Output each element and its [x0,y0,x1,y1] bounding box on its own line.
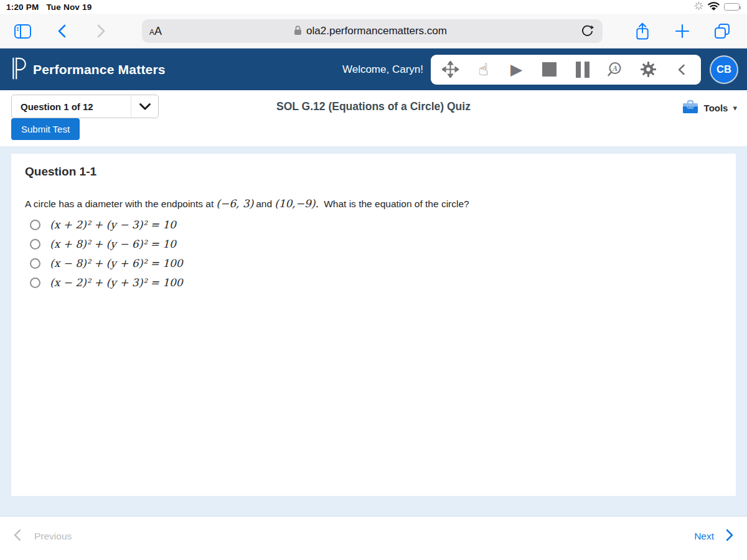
zoom-text-icon[interactable]: A [599,56,632,83]
answer-option-text: (x + 2)² + (y − 3)² = 10 [50,218,176,231]
ipad-screen: 1:20 PM Tue Nov 19 [0,0,747,560]
avatar-initials: CB [716,63,731,75]
address-bar[interactable]: AA ola2.performancematters.com [142,19,603,43]
clock-time: 1:20 PM [6,2,39,12]
lock-icon [294,25,302,38]
previous-label: Previous [34,531,72,542]
radio-icon[interactable] [30,278,40,288]
new-tab-icon[interactable] [671,20,693,42]
quiz-title: SOL G.12 (Equations of a Circle) Quiz [0,100,747,113]
previous-button[interactable]: Previous [12,529,72,544]
brand: Performance Matters [10,56,166,83]
svg-text:A: A [612,64,618,72]
brand-name: Performance Matters [33,62,166,77]
activity-spinner-icon [694,1,703,13]
clock-date: Tue Nov 19 [46,2,92,12]
radio-icon[interactable] [30,258,40,269]
tools-caret-icon: ▾ [733,103,737,113]
welcome-text: Welcome, Caryn! [342,63,423,76]
play-icon[interactable]: ▶ [500,56,533,83]
answer-option-text: (x − 8)² + (y + 6)² = 100 [50,257,183,269]
question-card: Question 1-1 A circle has a diameter wit… [11,154,736,496]
question-text-part: What is the equation of the circle? [324,198,469,209]
browser-toolbar: AA ola2.performancematters.com [0,14,747,49]
question-text-part: A circle has a diameter with the endpoin… [25,198,214,209]
forward-icon[interactable] [90,20,112,42]
wifi-icon [708,1,720,13]
performance-matters-logo-icon [10,56,27,83]
answer-option-text: (x − 2)² + (y + 3)² = 100 [50,276,183,289]
question-math-endpoint-1: (−6, 3) [216,197,253,210]
answer-option-3[interactable]: (x − 8)² + (y + 6)² = 100 [30,257,722,269]
toolbox-icon [682,100,699,116]
question-area: Question 1-1 A circle has a diameter wit… [0,146,747,516]
radio-icon[interactable] [30,220,40,230]
status-bar: 1:20 PM Tue Nov 19 [0,0,747,14]
settings-icon[interactable] [632,56,665,83]
tools-label: Tools [704,103,728,113]
chevron-right-icon [725,529,735,544]
question-math-endpoint-2: (10,−9). [275,197,319,210]
share-icon[interactable] [631,20,654,42]
submit-test-button[interactable]: Submit Test [11,118,80,140]
battery-icon [724,3,740,11]
question-text-part: and [256,198,272,209]
avatar[interactable]: CB [710,55,738,84]
answer-option-2[interactable]: (x + 8)² + (y − 6)² = 10 [30,238,722,250]
answer-option-1[interactable]: (x + 2)² + (y − 3)² = 10 [30,218,722,231]
app-header: Performance Matters Welcome, Caryn! ☝ ▶ [0,49,747,90]
sidebar-toggle-icon[interactable] [11,20,34,42]
reload-icon[interactable] [579,24,595,38]
player-toolbar: ☝ ▶ A [431,55,701,85]
tools-button[interactable]: Tools ▾ [682,100,737,116]
next-button[interactable]: Next [694,529,735,544]
back-icon[interactable] [51,20,73,42]
url-text: ola2.performancematters.com [306,25,447,37]
answer-options: (x + 2)² + (y − 3)² = 10 (x + 8)² + (y −… [30,218,722,289]
move-icon[interactable] [434,56,467,83]
pause-icon[interactable] [566,56,599,83]
tabs-overview-icon[interactable] [711,20,733,42]
question-number: Question 1-1 [25,165,722,179]
radio-icon[interactable] [30,239,40,250]
quiz-bar: Question 1 of 12 SOL G.12 (Equations of … [0,90,747,146]
text-size-button[interactable]: AA [149,25,162,38]
answer-option-text: (x + 8)² + (y − 6)² = 10 [50,238,176,250]
footer-nav: Previous Next [0,516,747,560]
next-label: Next [694,531,714,542]
stop-icon[interactable] [533,56,566,83]
question-text: A circle has a diameter with the endpoin… [25,197,722,210]
collapse-icon[interactable] [665,56,698,83]
pointer-icon[interactable]: ☝ [467,56,500,83]
answer-option-4[interactable]: (x − 2)² + (y + 3)² = 100 [30,276,722,289]
chevron-left-icon [12,529,22,544]
